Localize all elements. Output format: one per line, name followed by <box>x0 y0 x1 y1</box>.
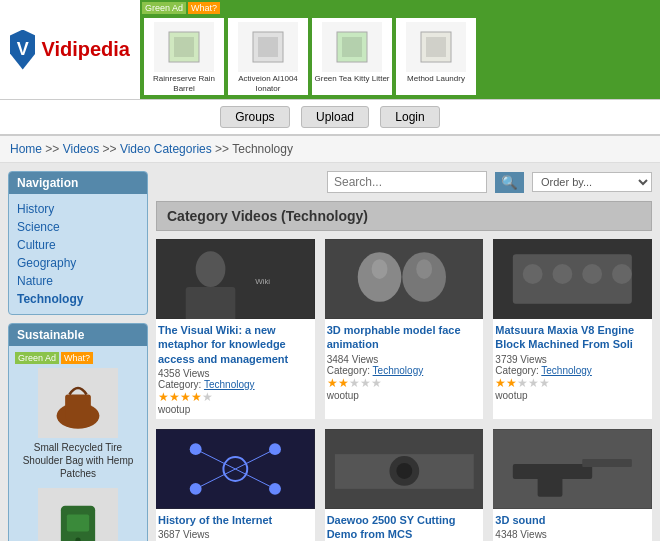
nav-item: Science <box>17 218 139 236</box>
video-thumbnail[interactable] <box>493 429 652 509</box>
breadcrumb-home[interactable]: Home <box>10 142 42 156</box>
green-ad-banner: Green Ad What? Rainreserve Rain Barrel A… <box>140 0 660 99</box>
star-1: ★ <box>495 376 506 390</box>
upload-button[interactable]: Upload <box>301 106 369 128</box>
nav-title: Navigation <box>9 172 147 194</box>
ad-item-label: Rainreserve Rain Barrel <box>146 74 222 93</box>
ad-item-image <box>238 22 298 72</box>
video-thumbnail[interactable] <box>325 239 484 319</box>
category-title: Category Videos (Technology) <box>156 201 652 231</box>
star-5: ★ <box>539 376 550 390</box>
search-input[interactable] <box>327 171 487 193</box>
ad-product-icon <box>164 27 204 67</box>
star-rating: ★★★★★ <box>158 390 313 404</box>
video-card: Daewoo 2500 SY Cutting Demo from MCS 385… <box>325 429 484 541</box>
ad-item-label: Activeion AI1004 Ionator <box>230 74 306 93</box>
nav-link[interactable]: Geography <box>17 256 76 270</box>
nav-link[interactable]: Science <box>17 220 60 234</box>
green-ad-items: Rainreserve Rain Barrel Activeion AI1004… <box>144 4 656 95</box>
ad-item[interactable]: Activeion AI1004 Ionator <box>228 18 308 95</box>
login-button[interactable]: Login <box>380 106 439 128</box>
category-link[interactable]: Technology <box>373 365 424 376</box>
star-5: ★ <box>371 376 382 390</box>
video-thumbnail[interactable] <box>156 429 315 509</box>
svg-rect-26 <box>523 264 543 284</box>
svg-rect-29 <box>612 264 632 284</box>
ad-item-label: Green Tea Kitty Litter <box>315 74 390 84</box>
video-card: Wiki The Visual Wiki: a new metaphor for… <box>156 239 315 419</box>
breadcrumb-categories[interactable]: Video Categories <box>120 142 212 156</box>
nav-item: History <box>17 200 139 218</box>
video-user: wootup <box>327 390 482 401</box>
svg-rect-5 <box>342 37 362 57</box>
breadcrumb-current: Technology <box>232 142 293 156</box>
video-title[interactable]: History of the Internet <box>158 513 313 527</box>
video-category: Category: Technology <box>158 379 313 390</box>
nav-link[interactable]: Nature <box>17 274 53 288</box>
nav-link[interactable]: Technology <box>17 292 83 306</box>
ad-item-image <box>154 22 214 72</box>
svg-rect-11 <box>67 515 89 532</box>
sidebar: Navigation HistoryScienceCultureGeograph… <box>8 171 148 541</box>
video-card: 3D morphable model face animation 3484 V… <box>325 239 484 419</box>
video-thumbnail[interactable]: Wiki <box>156 239 315 319</box>
breadcrumb-videos[interactable]: Videos <box>63 142 99 156</box>
nav-list: HistoryScienceCultureGeographyNatureTech… <box>9 194 147 314</box>
video-views: 4348 Views <box>495 529 650 540</box>
order-select[interactable]: Order by... <box>532 172 652 192</box>
sustainable-content: Green Ad What? Small Recycled Tire Shoul… <box>9 346 147 541</box>
nav-box: Navigation HistoryScienceCultureGeograph… <box>8 171 148 315</box>
star-4: ★ <box>528 376 539 390</box>
video-info: History of the Internet 3687 Views Categ… <box>156 509 315 541</box>
groups-button[interactable]: Groups <box>220 106 289 128</box>
category-link[interactable]: Technology <box>204 379 255 390</box>
ad-item[interactable]: Rainreserve Rain Barrel <box>144 18 224 95</box>
svg-rect-7 <box>426 37 446 57</box>
logo-shield: V <box>10 30 35 70</box>
logo-part1: Vidi <box>41 38 77 60</box>
star-2: ★ <box>506 376 517 390</box>
ad-product-icon <box>332 27 372 67</box>
sustainable-box: Sustainable Green Ad What? Small Recycle… <box>8 323 148 541</box>
svg-rect-47 <box>538 477 563 497</box>
star-1: ★ <box>158 390 169 404</box>
svg-rect-45 <box>513 464 592 479</box>
green-ad-label: Green Ad What? <box>142 2 220 14</box>
star-4: ★ <box>360 376 371 390</box>
video-info: Matsuura Maxia V8 Engine Block Machined … <box>493 319 652 405</box>
svg-text:Wiki: Wiki <box>255 277 270 286</box>
sus-items: Small Recycled Tire Shoulder Bag with He… <box>15 368 141 541</box>
search-button[interactable]: 🔍 <box>495 172 524 193</box>
content-area: 🔍 Order by... Category Videos (Technolog… <box>156 171 652 541</box>
ad-item-image <box>322 22 382 72</box>
sus-item-image <box>38 488 118 541</box>
green-ad-what[interactable]: What? <box>188 2 220 14</box>
star-rating: ★★★★★ <box>327 376 482 390</box>
ad-product-icon <box>416 27 456 67</box>
video-title[interactable]: 3D morphable model face animation <box>327 323 482 352</box>
nav-link[interactable]: Culture <box>17 238 56 252</box>
category-link[interactable]: Technology <box>541 365 592 376</box>
logo-text: Vidipedia <box>41 38 130 61</box>
sus-ad-label: Green Ad What? <box>15 352 141 364</box>
video-title[interactable]: Daewoo 2500 SY Cutting Demo from MCS <box>327 513 482 541</box>
video-info: 3D sound 4348 Views Category: Technology… <box>493 509 652 541</box>
video-title[interactable]: The Visual Wiki: a new metaphor for know… <box>158 323 313 366</box>
svg-rect-3 <box>258 37 278 57</box>
ad-item[interactable]: Method Laundry <box>396 18 476 95</box>
svg-point-23 <box>416 259 432 279</box>
video-thumbnail[interactable] <box>325 429 484 509</box>
sus-item[interactable]: ECOWATT Solar Backpack <box>15 488 141 541</box>
sus-what-label[interactable]: What? <box>61 352 93 364</box>
sus-item[interactable]: Small Recycled Tire Shoulder Bag with He… <box>15 368 141 480</box>
video-title[interactable]: Matsuura Maxia V8 Engine Block Machined … <box>495 323 650 352</box>
nav-item: Nature <box>17 272 139 290</box>
video-category: Category: Technology <box>327 365 482 376</box>
video-title[interactable]: 3D sound <box>495 513 650 527</box>
ad-item[interactable]: Green Tea Kitty Litter <box>312 18 392 95</box>
nav-link[interactable]: History <box>17 202 54 216</box>
logo-shield-letter: V <box>17 39 29 60</box>
video-thumbnail[interactable] <box>493 239 652 319</box>
nav-bar: Groups Upload Login <box>0 100 660 136</box>
star-3: ★ <box>349 376 360 390</box>
